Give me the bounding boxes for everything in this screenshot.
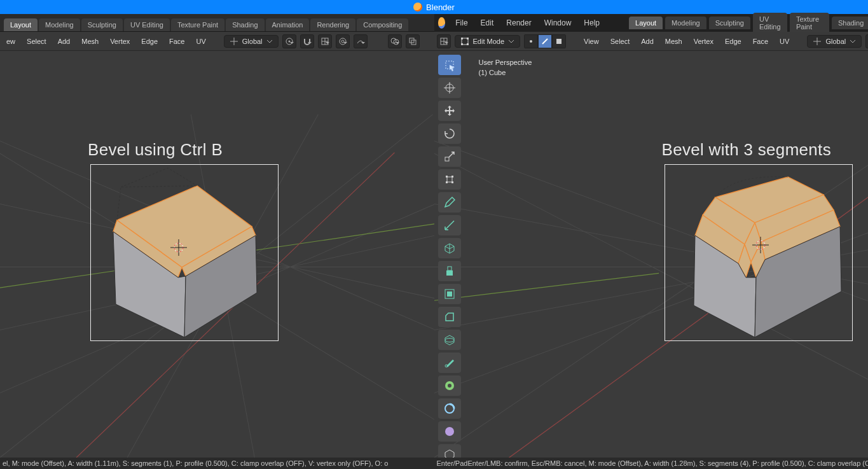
bevel-tool-icon [443,311,456,323]
scale-tool[interactable] [438,146,461,167]
tab-uv-editing[interactable]: UV Editing [124,18,170,31]
proportional-edit-left[interactable] [336,34,350,48]
status-text-left: el, M: mode (Offset), A: width (1.11m), … [3,459,388,467]
chevron-down-icon [508,38,514,45]
menu-mesh-left[interactable]: Mesh [78,36,102,47]
orientation-value-r: Global [825,38,846,45]
tab-modeling[interactable]: Modeling [39,18,80,31]
menu-vertex-r[interactable]: Vertex [690,36,717,47]
menu-render[interactable]: Render [501,16,536,30]
orientation-dropdown-left[interactable]: Global [224,35,279,48]
menu-select-left[interactable]: Select [23,36,50,47]
move-tool[interactable] [438,101,461,121]
mode-dropdown[interactable]: Edit Mode [455,35,521,48]
tab-shading[interactable]: Shading [226,18,264,31]
menu-edge-left[interactable]: Edge [137,36,162,47]
cursor-tool[interactable] [438,78,461,98]
edge-icon [541,38,549,45]
cursor-tool-icon [443,81,456,94]
face-select-mode[interactable] [552,34,566,48]
svg-rect-65 [447,291,452,297]
viewport-right[interactable]: User Perspective (1) Cube Bevel with 3 s… [434,51,869,458]
knife-tool[interactable] [438,353,461,373]
smooth-tool[interactable] [438,421,461,442]
inset-tool[interactable] [438,284,461,304]
menu-face-r[interactable]: Face [749,36,772,47]
menu-mesh-r[interactable]: Mesh [661,36,686,47]
poly-build-tool-icon [443,379,456,392]
viewport-left[interactable]: Bevel using Ctrl B [0,51,434,458]
tab-texture-paint-r[interactable]: Texture Paint [790,13,829,33]
vertex-icon [527,38,535,45]
tab-rendering[interactable]: Rendering [310,18,355,31]
menu-window[interactable]: Window [539,16,577,30]
overlay-dropdown-left[interactable] [388,34,402,48]
tab-shading-r[interactable]: Shading [832,17,868,29]
tab-sculpting[interactable]: Sculpting [81,18,123,31]
overlay-icon [390,37,399,46]
tab-compositing[interactable]: Compositing [357,18,408,31]
extrude-tool-icon [443,265,456,277]
knife-tool-icon [443,356,456,369]
xray-toggle-left[interactable] [406,34,420,48]
blender-logo-icon[interactable] [438,17,446,29]
tab-animation[interactable]: Animation [266,18,310,31]
svg-point-5 [340,38,346,45]
right-editor-pane: File Edit Render Window Help Layout Mode… [434,14,869,469]
tab-uv-editing-r[interactable]: UV Editing [753,13,787,33]
status-bar-right: Enter/PadEnter/LMB: confirm, Esc/RMB: ca… [434,458,869,469]
shrink-tool[interactable] [438,444,461,458]
increment-icon [320,37,329,46]
loop-cut-tool[interactable] [438,330,461,350]
tab-layout[interactable]: Layout [4,18,38,31]
svg-point-69 [448,384,451,388]
menu-edge-r[interactable]: Edge [721,36,745,47]
orientation-icon [813,37,822,46]
falloff-left[interactable] [354,34,368,48]
bevel-tool[interactable] [438,307,461,327]
spin-tool[interactable] [438,398,461,419]
edge-select-mode[interactable] [538,34,552,48]
annotate-tool[interactable] [438,192,461,213]
extrude-tool[interactable] [438,261,461,281]
pivot-dropdown-r[interactable] [865,34,868,48]
rotate-tool[interactable] [438,123,461,144]
face-icon [555,38,563,45]
transform-tool[interactable] [438,169,461,190]
pivot-dropdown-left[interactable] [282,34,296,48]
menu-face-left[interactable]: Face [165,36,188,47]
menu-add-r[interactable]: Add [637,36,658,47]
viewport-hud: User Perspective (1) Cube [479,57,532,78]
select-mode-group [524,34,566,48]
tab-texture-paint[interactable]: Texture Paint [171,18,224,31]
menu-add-left[interactable]: Add [54,36,74,47]
poly-build-tool[interactable] [438,375,461,396]
svg-rect-59 [451,176,453,178]
svg-line-50 [434,273,659,305]
vertex-select-mode[interactable] [524,34,538,48]
tab-layout-r[interactable]: Layout [629,17,663,29]
menu-view-r[interactable]: View [580,36,603,47]
add-cube-tool[interactable] [438,238,461,258]
snap-type-left[interactable] [318,34,332,48]
editor-type-dropdown[interactable] [437,34,451,48]
menu-uv-left[interactable]: UV [192,36,209,47]
tab-modeling-r[interactable]: Modeling [665,17,706,29]
menu-select-r[interactable]: Select [607,36,634,47]
workspace-tabs-left: Layout Modeling Sculpting UV Editing Tex… [0,14,434,32]
svg-rect-33 [461,38,463,39]
menu-uv-r[interactable]: UV [776,36,793,47]
svg-point-1 [288,40,290,42]
menu-file[interactable]: File [450,16,472,30]
menu-edit[interactable]: Edit [476,16,499,30]
snap-toggle-left[interactable] [300,34,314,48]
menu-help[interactable]: Help [579,16,605,30]
menu-view-left[interactable]: ew [3,36,19,47]
orientation-icon [230,37,238,46]
orientation-dropdown-r[interactable]: Global [807,35,862,48]
measure-tool[interactable] [438,215,461,235]
tab-sculpting-r[interactable]: Sculpting [709,17,750,29]
select-box-tool[interactable] [438,55,461,75]
loop-cut-tool-icon [443,333,456,346]
menu-vertex-left[interactable]: Vertex [106,36,134,47]
